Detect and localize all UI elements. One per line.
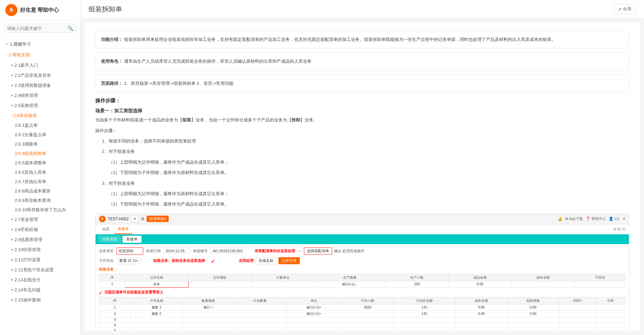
expand-icon: + (11, 227, 13, 232)
logo-area: 6 好生意 帮助中心 (0, 0, 80, 20)
sc-date-value[interactable]: 2019-12-26 (163, 248, 190, 254)
sidebar-item-stocktake[interactable]: 2.6.1盘点单 (0, 121, 80, 130)
sidebar-item-operation[interactable]: + 2.10经营管理 (0, 245, 80, 255)
sc-bell-icon: 🔔 (558, 217, 562, 221)
sc-th-row: 行M (596, 297, 626, 304)
expand-icon: + (11, 73, 13, 78)
sidebar-item-accterror[interactable]: 2.6.10库存账本错了怎么办 (0, 205, 80, 215)
sc-upper-row-1: 1 米米 银行(+1)... 100 0.00 (99, 281, 626, 287)
sc-ref-label: 单据编号 (193, 248, 208, 254)
sc-new-doc-btn[interactable]: 新增单据▾ (147, 216, 169, 222)
sc-upper-table-label: 组装业务 (99, 267, 626, 272)
search-icon[interactable]: 🔍 (67, 25, 73, 31)
scene1-title: 场景一：加工类型选择 (95, 108, 629, 114)
search-input[interactable] (7, 26, 67, 31)
sc-type-label: 业务类型 (99, 248, 114, 254)
sidebar-item-transfer[interactable]: 2.6.3调拨单 (0, 139, 80, 149)
sc-nav-new[interactable]: 新建单 (114, 224, 132, 234)
sidebar-item-video[interactable]: + 1.视频学习 (0, 39, 80, 50)
search-box[interactable]: 🔍 (4, 24, 76, 33)
sc-upper-th-spec: 父件规格 (188, 274, 251, 281)
sidebar-item-system[interactable]: + 2.12系统个性化设置 (0, 265, 80, 275)
sc-lower-row-5: 5 (99, 328, 626, 331)
annotation5-text: 无固定清单可在组装处这里置零录入 (104, 290, 163, 295)
sidebar-item-assembly[interactable]: 2.6.4组装拆卸单 (0, 149, 80, 158)
intro-block: 功能介绍： 组装拆卸单用来处理企业组装或拆卸等加工业务，支持有固定装配清单的产品… (95, 31, 629, 48)
content-body: 功能介绍： 组装拆卸单用来处理企业组装或拆卸等加工业务，支持有固定装配清单的产品… (85, 22, 640, 331)
sc-save-btn[interactable]: 立即完善 (278, 257, 300, 264)
share-button[interactable]: ↗ 分享 (613, 4, 636, 14)
sidebar-item-mobile[interactable]: + 2.8手机旺铺 (0, 225, 80, 235)
sc-app-logo: 6 (99, 216, 106, 222)
sc-th-actual: 实际用量 (507, 297, 559, 304)
sc-lower-row-3: 3 (99, 317, 626, 322)
sidebar-item-finance[interactable]: + 2.7资金管理 (0, 215, 80, 225)
expand-icon: + (11, 257, 13, 262)
annotation-area-1: 有装配清单的在这里处理 → 选择装配清单 确认 处理其他操作 (255, 247, 365, 255)
annotation-area-2: 组装业务、拆卸业务在这里选择 (153, 258, 205, 263)
sidebar-item-cases[interactable]: + 2.15操作案例 (0, 295, 80, 305)
sidebar-item-newbie[interactable]: + 2.1新手入门 (0, 60, 80, 70)
step3-sub1: （1）上部明细为父件明细，最终作为原材料生成其它出库单； (95, 190, 629, 198)
sidebar-item-costadj[interactable]: 2.6.5成本调整单 (0, 158, 80, 168)
sc-date-label: 单据日期 (146, 248, 161, 254)
sc-lower-row-4: 4 (99, 322, 626, 328)
sidebar-item-otherinward[interactable]: 2.6.6其他入库单 (0, 168, 80, 177)
sc-bom-btn[interactable]: 选择装配清单 (304, 247, 332, 255)
ops-title: 操作步骤： (95, 98, 629, 104)
logo-icon: 6 (5, 4, 17, 16)
sidebar-item-coupon[interactable]: + 2.9优惠券管理 (0, 235, 80, 245)
sc-enable-btn[interactable]: 存储名称 (256, 257, 276, 264)
sc-upper-th-seq: 序 (99, 274, 125, 281)
sc-side-icons: ⊞ 圆 间 (613, 227, 626, 232)
sc-settings-icon: ⚙ (141, 217, 145, 221)
sc-upper-table: 序 父件名称 父件规格 计量单位 生产数量 生产小数 成品金额 成本金额 可库存 (99, 274, 626, 288)
sc-upper-th-decimal: 生产小数 (385, 274, 448, 281)
annotation2-text: 组装业务、拆卸业务在这里选择 (153, 259, 205, 263)
sidebar-item-label: 2.帮助文档 (9, 52, 30, 58)
sc-form-row-1: 业务类型 组装拆卸 单据日期 2019-12-26 单据编号 AD-201912… (99, 247, 626, 255)
sc-form-row-2: 子件告知 数量 共 1/n 组装业务、拆卸业务在这里选择 ↙ 启用处理 存储名称… (99, 257, 626, 264)
sc-nav-home[interactable]: 自页 (99, 225, 113, 234)
step3-sub2: （2）下部明细为子件明细，最终作为产成品生成其它入库单。 (95, 200, 629, 208)
sidebar-item-costrecalc[interactable]: 2.6.8商品成本重算 (0, 186, 80, 196)
sc-tab-bar: 业务类型 新建单 (96, 234, 629, 244)
sidebar: 6 好生意 帮助中心 🔍 + 1.视频学习 - 2.帮助文档 + 2.1新手入门… (0, 0, 80, 335)
main-area: 组装拆卸单 ↗ 分享 功能介绍： 组装拆卸单用来处理企业组装或拆卸等加工业务，支… (80, 0, 644, 335)
sidebar-item-faq[interactable]: + 2.14常见问题 (0, 285, 80, 295)
sidebar-item-data[interactable]: + 2.3使用前数据准备 (0, 80, 80, 91)
sidebar-item-stockquery[interactable]: 2.6.9库存账本查询 (0, 196, 80, 205)
sc-upper-th-qty: 生产数量 (314, 274, 385, 281)
sc-nav-bar: 自页 新建单 ⊞ 圆 间 (96, 224, 629, 234)
sidebar-item-partial[interactable]: 2.6.2分量盘点单 (0, 130, 80, 139)
top-bar: 组装拆卸单 ↗ 分享 (80, 0, 644, 18)
sidebar-item-print[interactable]: + 2.11打印设置 (0, 255, 80, 265)
sidebar-item-label: 1.视频学习 (10, 41, 31, 47)
sidebar-item-sales[interactable]: + 2.4销售管理 (0, 91, 80, 101)
sidebar-item-inventory[interactable]: - 2.6库存核算 (0, 111, 80, 121)
annotation-area-3: 启用处理 存储名称 立即完善 (239, 257, 300, 264)
sc-company-dropdown[interactable]: ▾ (131, 216, 139, 222)
sidebar-item-otheroutward[interactable]: 2.6.7其他出库单 (0, 177, 80, 186)
sc-tab-new-active[interactable]: 新建单 (122, 236, 142, 243)
sc-user-icon: 👤 CC (609, 217, 620, 221)
sc-company-label: ▾ (134, 217, 136, 221)
sc-ref-value[interactable]: AD-20191226-001 (210, 248, 245, 254)
sidebar-item-purchase[interactable]: + 2.5采购管理 (0, 101, 80, 111)
expand-icon: + (11, 93, 13, 98)
sc-org-value[interactable]: 数量 共 1/n (117, 257, 140, 264)
sidebar-item-docs[interactable]: - 2.帮助文档 (0, 50, 80, 60)
ops-steps-title: 操作步骤： (95, 127, 629, 134)
collapse-icon: - (11, 113, 12, 118)
sc-confirm-label: 确认 处理其他操作 (334, 248, 365, 254)
sc-th-planqty: 计划数量 (234, 297, 286, 304)
sc-lower-table: 序 子件名称 数量规格 计划数量 单位 子件小数 计划价金额 成本金额 实际用量… (99, 297, 626, 331)
role-block: 使用角色： 通常由生产人员或库管人员完成拆装业务的操作，库管人员确认原材料的出库… (95, 52, 629, 70)
sc-tab-new-inactive[interactable]: 业务类型 (98, 236, 121, 243)
sidebar-item-onlinepay[interactable]: + 2.13在线支付 (0, 275, 80, 285)
sidebar-item-install[interactable]: + 2.2产品安装及登录 (0, 70, 80, 80)
sc-close-icon[interactable]: ✕ (623, 217, 626, 221)
sc-type-value[interactable]: 组装拆卸 (116, 247, 143, 255)
annotation3-text: 启用处理 (239, 258, 254, 263)
expand-icon: + (11, 247, 13, 252)
